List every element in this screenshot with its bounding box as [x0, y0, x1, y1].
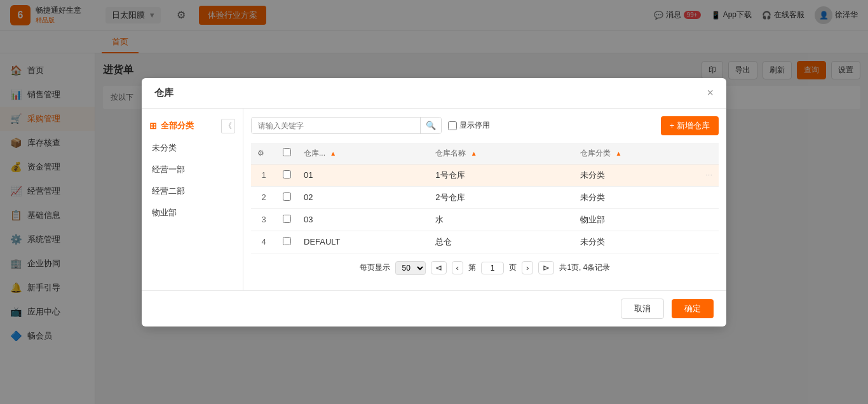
- page-prev-button[interactable]: ‹: [452, 261, 463, 274]
- page-first-button[interactable]: ⊲: [431, 261, 447, 274]
- table-row[interactable]: 2 02 2号仓库 未分类: [251, 186, 719, 208]
- table-toolbar: 🔍 显示停用 + 新增仓库: [251, 116, 719, 135]
- category-item-ops2[interactable]: 经营二部: [142, 180, 243, 202]
- page-number-input[interactable]: [481, 262, 504, 274]
- grid-icon: ⊞: [149, 121, 157, 131]
- row-check: [276, 231, 297, 253]
- collapse-button[interactable]: 《: [221, 119, 235, 133]
- modal-header: 仓库 ×: [142, 78, 726, 109]
- row-code: 03: [297, 208, 429, 231]
- category-panel: ⊞ 全部分类 《 未分类 经营一部 经营二部 物业部: [142, 109, 243, 290]
- row-code: 02: [297, 186, 429, 208]
- per-page-select[interactable]: 50: [395, 261, 426, 275]
- row-check: [276, 164, 297, 186]
- row-code: DEFAULT: [297, 231, 429, 253]
- row-gear: 3: [251, 208, 276, 231]
- page-last-button[interactable]: ⊳: [538, 261, 554, 274]
- warehouse-modal: 仓库 × ⊞ 全部分类 《 未分类 经营一部: [142, 78, 726, 327]
- table-body: 1 01 1号仓库 未分类 ··· 2 02: [251, 164, 719, 253]
- row-category: 物业部: [574, 208, 719, 231]
- th-gear: ⚙: [251, 143, 276, 165]
- row-code: 01: [297, 164, 429, 186]
- search-input-wrap: 🔍: [251, 117, 442, 134]
- row-gear: 2: [251, 186, 276, 208]
- th-check: [276, 143, 297, 165]
- row-check: [276, 208, 297, 231]
- row-name: 总仓: [429, 231, 574, 253]
- row-checkbox-2[interactable]: [283, 192, 291, 201]
- row-checkbox-3[interactable]: [283, 215, 291, 223]
- row-category: 未分类: [574, 186, 719, 208]
- modal-body: ⊞ 全部分类 《 未分类 经营一部 经营二部 物业部: [142, 109, 726, 290]
- search-input[interactable]: [252, 118, 420, 133]
- sort-icon-code: ▲: [330, 150, 336, 157]
- modal-title: 仓库: [154, 87, 173, 99]
- sort-icon-name: ▲: [471, 150, 477, 157]
- row-more-icon-1[interactable]: ···: [705, 170, 712, 179]
- modal-overlay: 仓库 × ⊞ 全部分类 《 未分类 经营一部: [0, 0, 868, 404]
- row-checkbox-4[interactable]: [283, 237, 291, 245]
- category-item-unclassified[interactable]: 未分类: [142, 137, 243, 159]
- add-warehouse-button[interactable]: + 新增仓库: [661, 116, 719, 135]
- row-name: 2号仓库: [429, 186, 574, 208]
- sort-icon-category: ▲: [615, 150, 621, 157]
- cancel-button[interactable]: 取消: [621, 299, 664, 319]
- search-icon[interactable]: 🔍: [420, 118, 441, 133]
- show-disabled-wrap: 显示停用: [448, 120, 490, 131]
- modal-footer: 取消 确定: [142, 290, 726, 327]
- select-all-checkbox[interactable]: [283, 148, 291, 156]
- table-header-row: ⚙ 仓库... ▲ 仓库名称 ▲: [251, 143, 719, 165]
- category-item-property[interactable]: 物业部: [142, 202, 243, 224]
- row-check: [276, 186, 297, 208]
- table-row[interactable]: 3 03 水 物业部: [251, 208, 719, 231]
- category-header: ⊞ 全部分类 《: [142, 115, 243, 137]
- table-row[interactable]: 1 01 1号仓库 未分类 ···: [251, 164, 719, 186]
- table-panel: 🔍 显示停用 + 新增仓库 ⚙: [243, 109, 726, 290]
- th-name: 仓库名称 ▲: [429, 143, 574, 165]
- confirm-button[interactable]: 确定: [672, 299, 714, 318]
- warehouse-table: ⚙ 仓库... ▲ 仓库名称 ▲: [251, 143, 719, 253]
- row-gear: 1: [251, 164, 276, 186]
- category-all-item[interactable]: ⊞ 全部分类: [149, 120, 194, 131]
- th-category: 仓库分类 ▲: [574, 143, 719, 165]
- row-gear: 4: [251, 231, 276, 253]
- row-name: 水: [429, 208, 574, 231]
- table-head: ⚙ 仓库... ▲ 仓库名称 ▲: [251, 143, 719, 165]
- row-checkbox-1[interactable]: [283, 170, 291, 178]
- row-category: 未分类: [574, 231, 719, 253]
- row-category: 未分类 ···: [574, 164, 719, 186]
- table-row[interactable]: 4 DEFAULT 总仓 未分类: [251, 231, 719, 253]
- category-item-ops1[interactable]: 经营一部: [142, 159, 243, 180]
- page-next-button[interactable]: ›: [522, 261, 533, 274]
- pagination: 每页显示 50 ⊲ ‹ 第 页 › ⊳ 共1页, 4条记录: [251, 253, 719, 283]
- show-disabled-checkbox[interactable]: [448, 121, 457, 130]
- row-name: 1号仓库: [429, 164, 574, 186]
- th-code: 仓库... ▲: [297, 143, 429, 165]
- modal-close-button[interactable]: ×: [707, 87, 714, 98]
